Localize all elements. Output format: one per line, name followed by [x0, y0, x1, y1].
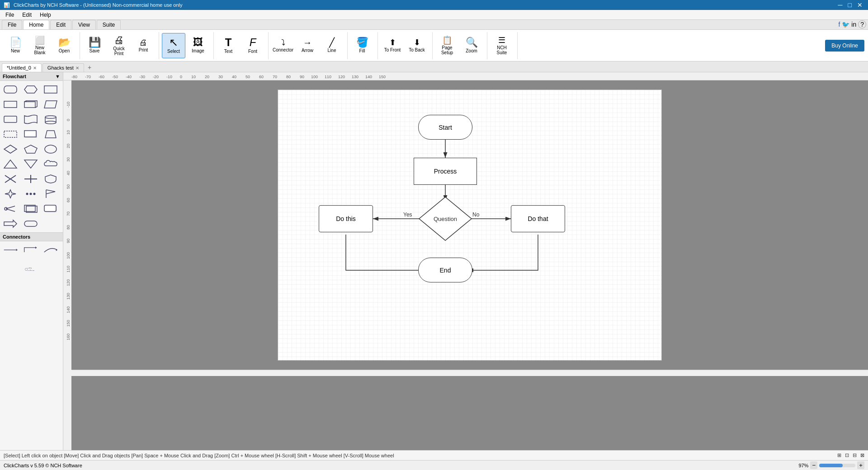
shape-dots[interactable]	[22, 187, 39, 201]
shape-rect-shadow[interactable]	[22, 127, 39, 141]
doc-tab-ghacks-close[interactable]: ✕	[75, 66, 79, 70]
canvas[interactable]: Yes No Start Process	[278, 89, 662, 361]
buy-online-button[interactable]: Buy Online	[825, 40, 864, 52]
arrow-button[interactable]: → Arrow	[296, 33, 319, 58]
image-button[interactable]: 🖼 Image	[186, 33, 210, 58]
shape-triangle-down[interactable]	[22, 157, 39, 171]
menu-file[interactable]: File	[2, 11, 18, 19]
tab-home[interactable]: Home	[23, 20, 49, 29]
sidebar-collapse-icon[interactable]: ▼	[55, 74, 60, 79]
shape-question[interactable]: Question	[418, 196, 472, 241]
shape-cloud[interactable]	[42, 157, 59, 171]
print-button[interactable]: 🖨 Print	[132, 33, 155, 58]
text-button[interactable]: T Text	[217, 33, 240, 58]
new-button[interactable]: 📄 New	[4, 33, 27, 58]
zoom-minus[interactable]: −	[810, 461, 817, 469]
doc-tab-ghacks[interactable]: Ghacks test ✕	[42, 63, 84, 72]
tab-edit[interactable]: Edit	[50, 20, 71, 29]
doc-tab-untitled-close[interactable]: ✕	[33, 66, 37, 70]
font-label: Font	[248, 49, 257, 54]
shape-end[interactable]: End	[418, 258, 472, 282]
shape-rounded-rect[interactable]	[2, 83, 19, 96]
select-button[interactable]: ↖ Select	[162, 33, 185, 58]
tab-suite[interactable]: Suite	[97, 20, 121, 29]
svg-marker-39	[56, 249, 57, 251]
shape-triangle[interactable]	[2, 157, 19, 171]
canvas-scroll[interactable]: Yes No Start Process	[71, 80, 868, 450]
menu-help[interactable]: Help	[36, 11, 55, 19]
open-button[interactable]: 📂 Open	[52, 33, 76, 58]
shape-shield[interactable]	[42, 172, 59, 186]
shape-stadium[interactable]	[2, 113, 19, 126]
quick-print-button[interactable]: 🖨 Quick Print	[107, 33, 131, 58]
shape-trapezoid[interactable]	[42, 127, 59, 141]
shape-parallelogram[interactable]	[42, 98, 59, 111]
line-button[interactable]: ╱ Line	[320, 33, 344, 58]
shape-rect-dashed[interactable]	[2, 127, 19, 141]
connector-elbow[interactable]	[22, 243, 39, 257]
status-icon-1: ⊞	[837, 452, 841, 458]
toolbar-group-order: ⬆ To Front ⬇ To Back	[381, 32, 433, 59]
doc-tabs: *Untitled_0 ✕ Ghacks test ✕ +	[0, 61, 868, 72]
shape-plus[interactable]	[22, 172, 39, 186]
shape-rect2[interactable]	[2, 98, 19, 111]
shape-pentagon[interactable]	[22, 142, 39, 156]
shape-arrow-right[interactable]	[2, 217, 19, 230]
open-icon: 📂	[58, 38, 71, 47]
minimize-button[interactable]: ─	[836, 1, 844, 9]
svg-marker-1	[24, 86, 37, 93]
connector-curved[interactable]	[42, 243, 59, 257]
shape-rounded-shadow[interactable]	[42, 202, 59, 216]
fill-icon: 🪣	[356, 38, 368, 47]
shape-flag[interactable]	[42, 187, 59, 201]
doc-tab-untitled[interactable]: *Untitled_0 ✕	[2, 63, 42, 72]
save-button[interactable]: 💾 Save	[83, 33, 106, 58]
svg-text:160: 160	[66, 334, 71, 340]
status-icon-3: ⊟	[853, 452, 857, 458]
shape-cylinder[interactable]	[42, 113, 59, 126]
close-button[interactable]: ✕	[855, 1, 864, 9]
h-scrollbar[interactable]	[71, 370, 868, 376]
connector-button[interactable]: ⤵ Connector	[271, 33, 295, 58]
shape-do-this[interactable]: Do this	[319, 205, 373, 232]
print-label: Print	[139, 47, 148, 52]
zoom-button[interactable]: 🔍 Zoom	[460, 33, 483, 58]
to-back-button[interactable]: ⬇ To Back	[405, 33, 429, 58]
shape-process[interactable]: Process	[414, 158, 477, 185]
nch-suite-button[interactable]: ☰ NCH Suite	[490, 33, 514, 58]
shape-wavy-rect[interactable]	[22, 113, 39, 126]
to-front-button[interactable]: ⬆ To Front	[381, 33, 404, 58]
zoom-slider[interactable]	[819, 464, 855, 467]
shape-circle[interactable]	[42, 142, 59, 156]
page-setup-button[interactable]: 📋 Page Setup	[435, 33, 459, 58]
shape-do-that[interactable]: Do that	[511, 205, 565, 232]
shape-star4[interactable]	[2, 187, 19, 201]
shape-start[interactable]: Start	[418, 115, 472, 140]
fill-button[interactable]: 🪣 Fill	[350, 33, 374, 58]
tab-file[interactable]: File	[2, 20, 22, 29]
shape-scissors[interactable]	[2, 202, 19, 216]
maximize-button[interactable]: □	[846, 1, 854, 9]
svg-marker-43	[31, 268, 32, 269]
toolbar-group-select: ↖ Select 🖼 Image	[162, 32, 214, 59]
title-bar-controls[interactable]: ─ □ ✕	[836, 1, 864, 9]
doc-tab-add[interactable]: +	[85, 63, 94, 72]
new-blank-button[interactable]: ⬜ New Blank	[28, 33, 52, 58]
menu-edit[interactable]: Edit	[19, 11, 35, 19]
svg-marker-17	[24, 145, 37, 153]
shape-dbl-rect[interactable]	[22, 202, 39, 216]
to-back-label: To Back	[409, 47, 425, 52]
connector-yes-no[interactable]: Yes No	[2, 258, 61, 281]
help-icon[interactable]: ?	[858, 20, 866, 28]
shape-hexagon[interactable]	[22, 83, 39, 96]
tab-view[interactable]: View	[72, 20, 96, 29]
shape-3d-rect[interactable]	[22, 98, 39, 111]
font-button[interactable]: F Font	[241, 33, 264, 58]
shape-rect[interactable]	[42, 83, 59, 96]
connector-straight[interactable]	[2, 243, 19, 257]
left-sidebar: Flowchart ▼	[0, 72, 63, 450]
shape-diamond[interactable]	[2, 142, 19, 156]
shape-pill[interactable]	[22, 217, 39, 230]
zoom-plus[interactable]: +	[857, 461, 864, 469]
shape-x[interactable]	[2, 172, 19, 186]
